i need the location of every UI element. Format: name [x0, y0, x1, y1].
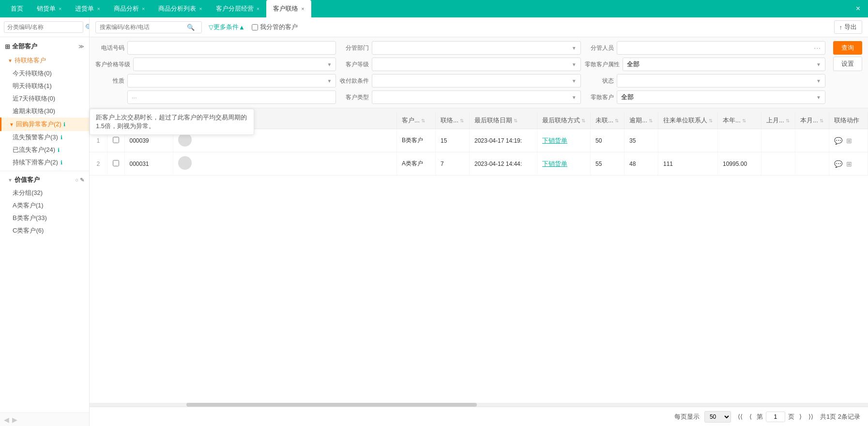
nav-close-purchase[interactable]: × — [97, 6, 100, 12]
dept-select[interactable]: ▼ — [372, 41, 580, 55]
nav-close-customer-tier[interactable]: × — [257, 6, 259, 12]
export-button[interactable]: ↑ 导出 — [834, 20, 863, 34]
sidebar-item-overdue[interactable]: 逾期未联络(30) — [0, 105, 89, 118]
settings-button[interactable]: 设置 — [833, 57, 862, 71]
nav-label-purchase: 进货单 — [75, 4, 94, 13]
nav-item-sales[interactable]: 销货单 × — [30, 0, 68, 17]
row-2-action-chat[interactable]: 💬 — [834, 160, 842, 168]
sidebar-item-churn-warning[interactable]: 流失预警客户(3) ℹ — [0, 131, 89, 144]
advanced-filter: 电话号码 分管部门 ▼ 分管人员 ··· — [90, 37, 868, 108]
sidebar-search-input[interactable] — [4, 21, 83, 33]
col-last-method[interactable]: 最后联络方式 ⇅ — [537, 112, 591, 129]
phone-label: 电话号码 — [95, 44, 124, 52]
sidebar-item-c-class[interactable]: C类客户(6) — [0, 224, 89, 237]
col-this-month-sort: ⇅ — [820, 118, 823, 123]
row-1-method-link[interactable]: 下销货单 — [542, 137, 567, 144]
row-2-last-method[interactable]: 下销货单 — [537, 152, 591, 176]
col-contact-count[interactable]: 联络... ⇅ — [436, 112, 470, 129]
dept-label: 分管部门 — [340, 44, 369, 52]
group-edit-icons[interactable]: ○ ✎ — [75, 177, 84, 183]
row-2-checkbox[interactable] — [107, 152, 124, 176]
my-customers-checkbox[interactable]: 我分管的客户 — [252, 23, 298, 31]
filter-search-box: 🔍 — [95, 21, 202, 33]
sidebar-item-tomorrow[interactable]: 明天待联络(1) — [0, 80, 89, 92]
per-page-select[interactable]: 50 20 100 — [704, 411, 731, 423]
row-1-last-method[interactable]: 下销货单 — [537, 129, 591, 152]
filter-search-input[interactable] — [100, 24, 187, 30]
status-select[interactable]: ▼ — [617, 74, 825, 88]
payment-select[interactable]: ▼ — [372, 74, 580, 88]
my-customers-check[interactable] — [252, 24, 258, 30]
col-overdue[interactable]: 逾期... ⇅ — [624, 112, 658, 129]
nav-item-purchase[interactable]: 进货单 × — [68, 0, 107, 17]
nav-item-customer-tier[interactable]: 客户分层经营 × — [209, 0, 266, 17]
next-page-btn[interactable]: ⟩ — [797, 412, 804, 421]
customer-type-select[interactable]: ▼ — [372, 90, 580, 104]
row-1-action-more[interactable]: ⊞ — [846, 137, 852, 145]
nav-item-product-analysis[interactable]: 商品分析 × — [107, 0, 152, 17]
nav-item-product-list[interactable]: 商品分析列表 × — [152, 0, 209, 17]
col-company-contact[interactable]: 往来单位联系人 ⇅ — [658, 112, 718, 129]
payment-label: 收付款条件 — [340, 77, 369, 85]
page-number-input[interactable] — [766, 411, 785, 422]
nav-close-product-list[interactable]: × — [199, 6, 202, 12]
nav-item-customer-contact[interactable]: 客户联络 × — [266, 0, 311, 17]
sidebar-right-arrow[interactable]: ▶ — [12, 416, 17, 424]
first-page-btn[interactable]: ⟨⟨ — [736, 412, 745, 421]
col-type[interactable]: 客户... ⇅ — [397, 112, 436, 129]
sidebar-search-icon[interactable]: 🔍 — [85, 24, 90, 31]
more-conditions-btn[interactable]: ▽ 更多条件 ▲ — [205, 21, 249, 33]
nav-label-home: 首页 — [11, 4, 23, 13]
prev-page-btn[interactable]: ⟨ — [747, 412, 754, 421]
sidebar-divider — [0, 171, 89, 171]
row-2-select[interactable] — [113, 160, 119, 166]
sidebar-item-ungrouped[interactable]: 未分组(32) — [0, 187, 89, 199]
sidebar-left-arrow[interactable]: ◀ — [4, 416, 9, 424]
churned-label: 已流失客户(24) — [13, 146, 55, 153]
nature-select[interactable]: ▼ — [127, 74, 336, 88]
sidebar-item-7days[interactable]: 近7天待联络(0) — [0, 92, 89, 105]
scrollbar-thumb[interactable] — [186, 403, 477, 407]
col-last-date[interactable]: 最后联络日期 ⇅ — [470, 112, 537, 129]
retail-attr-select[interactable]: 全部▼ — [623, 58, 825, 71]
price-level-select[interactable]: ▼ — [133, 58, 336, 71]
sidebar-item-declining[interactable]: 持续下滑客户(2) ℹ — [0, 156, 89, 169]
phone-input[interactable] — [127, 41, 336, 55]
row-2-action-more[interactable]: ⊞ — [846, 160, 852, 168]
retail-attr-label: 零散客户属性 — [585, 60, 620, 69]
retail-customer-select[interactable]: 全部▼ — [617, 90, 825, 104]
customer-level-select[interactable]: ▼ — [372, 58, 580, 71]
dots-input[interactable]: ··· — [127, 90, 336, 104]
nav-item-home[interactable]: 首页 — [4, 0, 30, 17]
person-input[interactable]: ··· — [617, 41, 825, 55]
window-close-button[interactable]: × — [852, 4, 864, 13]
sidebar-item-today[interactable]: 今天待联络(0) — [0, 67, 89, 80]
sidebar-group-value[interactable]: ▼ 价值客户 ○ ✎ — [0, 173, 89, 187]
row-1-last-date: 2023-04-17 14:19: — [470, 129, 537, 152]
sidebar-item-churned[interactable]: 已流失客户(24) ℹ — [0, 144, 89, 156]
filter-row-3: 性质 ▼ 收付款条件 ▼ 状态 — [95, 74, 825, 88]
grid-icon: ⊞ — [5, 43, 10, 50]
row-2-method-link[interactable]: 下销货单 — [542, 160, 567, 167]
row-1-type: B类客户 — [397, 129, 436, 152]
sidebar-section-pending[interactable]: ▼ 待联络客户 — [0, 54, 89, 67]
row-1-select[interactable] — [113, 137, 119, 143]
nav-close-product-analysis[interactable]: × — [142, 6, 145, 12]
last-page-btn[interactable]: ⟩⟩ — [807, 412, 815, 421]
query-button[interactable]: 查询 — [833, 41, 862, 55]
col-last-month[interactable]: 上月... ⇅ — [761, 112, 795, 129]
filter-search-icon[interactable]: 🔍 — [187, 24, 195, 31]
sidebar-item-a-class[interactable]: A类客户(1) — [0, 199, 89, 212]
sidebar-item-b-class[interactable]: B类客户(33) — [0, 212, 89, 224]
horizontal-scrollbar[interactable] — [90, 403, 868, 407]
col-this-year[interactable]: 本年... ⇅ — [718, 112, 761, 129]
col-this-month[interactable]: 本月... ⇅ — [795, 112, 829, 129]
sidebar-section-abnormal[interactable]: ▼ 回购异常客户(2) ℹ — [0, 118, 89, 131]
row-2-type: A类客户 — [397, 152, 436, 176]
nav-close-sales[interactable]: × — [59, 6, 61, 12]
col-uncontacted[interactable]: 未联... ⇅ — [591, 112, 624, 129]
nav-close-customer-contact[interactable]: × — [301, 6, 304, 12]
sidebar-all-customers[interactable]: ⊞ 全部客户 ≫ — [0, 39, 89, 54]
row-1-action-chat[interactable]: 💬 — [834, 137, 842, 145]
row-2-this-year: 10995.00 — [718, 152, 761, 176]
